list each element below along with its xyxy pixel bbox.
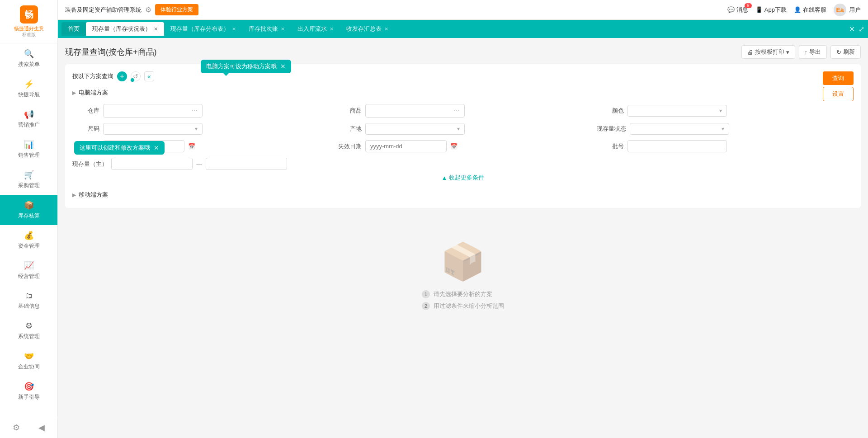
- purchase-icon: 🛒: [24, 170, 34, 180]
- sidebar-item-purchase[interactable]: 🛒 采购管理: [0, 165, 57, 195]
- warehouse-dots-icon[interactable]: ···: [192, 107, 198, 115]
- collapse-up-icon: ▲: [442, 174, 448, 181]
- size-select[interactable]: ▾: [103, 123, 203, 135]
- stock-main-from-input[interactable]: [111, 158, 193, 170]
- main-content: 现存量查询(按仓库+商品) 🖨 按模板打印 ▾ ↑ 导出 ↻ 刷新: [58, 38, 868, 438]
- filter-row-3: 生产日期 📅 失效日期 📅 批号: [72, 140, 854, 152]
- product-dots-icon[interactable]: ···: [454, 107, 460, 115]
- filter-add-button[interactable]: +: [117, 71, 127, 81]
- print-chevron-icon: ▾: [786, 49, 789, 56]
- filter-group-warehouse: 仓库 ···: [72, 104, 329, 118]
- sidebar-item-guide[interactable]: 🎯 新手引导: [0, 376, 57, 406]
- filter-row-1: 仓库 ··· 商品 ··· 颜色: [72, 104, 854, 118]
- filter-back-button[interactable]: «: [144, 71, 154, 81]
- page-content: 现存量查询(按仓库+商品) 🖨 按模板打印 ▾ ↑ 导出 ↻ 刷新: [58, 38, 868, 438]
- guide-icon: 🎯: [24, 381, 34, 391]
- produce-date-calendar-icon[interactable]: 📅: [188, 143, 195, 150]
- empty-hint-2: 2 用过滤条件来缩小分析范围: [422, 302, 504, 310]
- filter-group-product: 商品 ···: [335, 104, 591, 118]
- close-all-tabs-icon[interactable]: ✕: [849, 25, 855, 33]
- app-download-button[interactable]: 📱 App下载: [755, 6, 787, 14]
- filter-label: 按以下方案查询: [72, 72, 113, 80]
- logo-text: 畅捷通好生意 标准版: [14, 25, 44, 38]
- collapse-sidebar-icon[interactable]: ◀: [38, 423, 45, 433]
- dot-indicator: [131, 78, 134, 82]
- expire-date-input[interactable]: [365, 140, 447, 152]
- scheme-mobile-label: 移动端方案: [79, 191, 108, 199]
- filter-group-expire-date: 失效日期 📅: [335, 140, 591, 152]
- page-title: 现存量查询(按仓库+商品): [65, 47, 157, 57]
- settings-gear-icon[interactable]: ⚙: [145, 5, 151, 14]
- origin-chevron-icon: ▾: [457, 126, 460, 132]
- filter-group-color: 颜色 ▾: [597, 105, 854, 117]
- tab-inout[interactable]: 出入库流水 ✕: [291, 22, 340, 36]
- collapse-bar[interactable]: ▲ 收起更多条件: [72, 170, 854, 185]
- color-select[interactable]: ▾: [627, 105, 727, 117]
- tab-close-inventory-status[interactable]: ✕: [154, 26, 158, 32]
- inventory-icon: 📦: [24, 200, 34, 210]
- marketing-icon: 📢: [24, 109, 34, 119]
- fullscreen-icon[interactable]: ⤢: [859, 25, 864, 33]
- tab-close-batch[interactable]: ✕: [281, 26, 285, 32]
- hint-num-2: 2: [422, 302, 430, 310]
- expire-date-calendar-icon[interactable]: 📅: [450, 143, 458, 150]
- scheme-desktop-arrow: ▶: [72, 90, 76, 96]
- query-actions: 查询 设置: [823, 71, 854, 101]
- tabs-right-controls: ✕ ⤢: [849, 25, 864, 33]
- empty-hint-1: 1 请先选择要分析的方案: [422, 290, 504, 298]
- sidebar-item-basic[interactable]: 🗂 基础信息: [0, 286, 57, 316]
- scheme-mobile[interactable]: ▶ 移动端方案: [72, 189, 854, 201]
- query-button[interactable]: 查询: [823, 71, 854, 85]
- tab-inventory-status[interactable]: 现存量（库存状况表） ✕: [86, 22, 164, 36]
- basic-icon: 🗂: [25, 291, 33, 301]
- stock-status-label: 现存量状态: [597, 125, 626, 133]
- tab-home[interactable]: 首页: [61, 22, 86, 36]
- size-label: 尺码: [72, 125, 99, 133]
- trial-button[interactable]: 体验行业方案: [155, 4, 198, 15]
- tab-batch[interactable]: 库存批次账 ✕: [242, 22, 291, 36]
- tab-inventory-dist[interactable]: 现存量（库存分布表） ✕: [164, 22, 242, 36]
- sidebar-item-inventory[interactable]: 📦 库存核算: [0, 195, 57, 225]
- tab-collection[interactable]: 收发存汇总表 ✕: [340, 22, 395, 36]
- sidebar-item-quick[interactable]: ⚡ 快捷导航: [0, 74, 57, 104]
- system-icon: ⚙: [25, 321, 33, 331]
- scheme-desktop[interactable]: ▶ 电脑端方案: [72, 87, 854, 99]
- print-button[interactable]: 🖨 按模板打印 ▾: [741, 45, 795, 59]
- stock-main-label: 现存量（主）: [72, 160, 108, 168]
- page-actions: 🖨 按模板打印 ▾ ↑ 导出 ↻ 刷新: [741, 45, 861, 59]
- message-button[interactable]: 💬 消息 9: [727, 6, 748, 14]
- tab-close-collection[interactable]: ✕: [384, 26, 388, 32]
- refresh-button[interactable]: ↻ 刷新: [830, 45, 861, 59]
- message-icon: 💬: [727, 6, 735, 13]
- settings-bottom-icon[interactable]: ⚙: [13, 423, 20, 433]
- hint-num-1: 1: [422, 290, 430, 298]
- sidebar-item-system[interactable]: ⚙ 系统管理: [0, 316, 57, 346]
- page-titlebar: 现存量查询(按仓库+商品) 🖨 按模板打印 ▾ ↑ 导出 ↻ 刷新: [65, 45, 861, 59]
- tab-close-inventory-dist[interactable]: ✕: [232, 26, 236, 32]
- export-button[interactable]: ↑ 导出: [799, 45, 827, 59]
- sidebar-item-sales[interactable]: 📊 销售管理: [0, 134, 57, 165]
- scheme-mobile-arrow: ▶: [72, 192, 76, 198]
- filter-panel: 电脑方案可设为移动方案哦 ✕ 这里可以创建和修改方案哦 ✕ 按以下方案查询 + …: [65, 64, 861, 208]
- batch-input[interactable]: [627, 140, 727, 152]
- tab-close-inout[interactable]: ✕: [330, 26, 334, 32]
- stock-main-to-input[interactable]: [206, 158, 287, 170]
- warehouse-select[interactable]: ···: [103, 104, 203, 118]
- tooltip2-close-icon[interactable]: ✕: [154, 144, 159, 151]
- stock-status-select[interactable]: ▾: [630, 123, 729, 135]
- online-service-button[interactable]: 👤 在线客服: [794, 6, 826, 14]
- export-icon: ↑: [805, 49, 808, 56]
- settings-button[interactable]: 设置: [823, 87, 854, 101]
- user-menu[interactable]: Ea 用户: [834, 4, 861, 16]
- quick-icon: ⚡: [24, 79, 34, 89]
- sidebar-item-marketing[interactable]: 📢 营销推广: [0, 104, 57, 134]
- sidebar-item-operations[interactable]: 📈 经营管理: [0, 255, 57, 286]
- origin-select[interactable]: ▾: [365, 123, 465, 135]
- sidebar-item-finance[interactable]: 💰 资金管理: [0, 225, 57, 255]
- sidebar-item-enterprise[interactable]: 🤝 企业协同: [0, 346, 57, 376]
- sidebar-item-search[interactable]: 🔍 搜索菜单: [0, 43, 57, 74]
- origin-label: 产地: [335, 125, 362, 133]
- product-select[interactable]: ···: [365, 104, 465, 118]
- user-avatar: Ea: [834, 4, 846, 16]
- tooltip1-close-icon[interactable]: ✕: [280, 63, 286, 70]
